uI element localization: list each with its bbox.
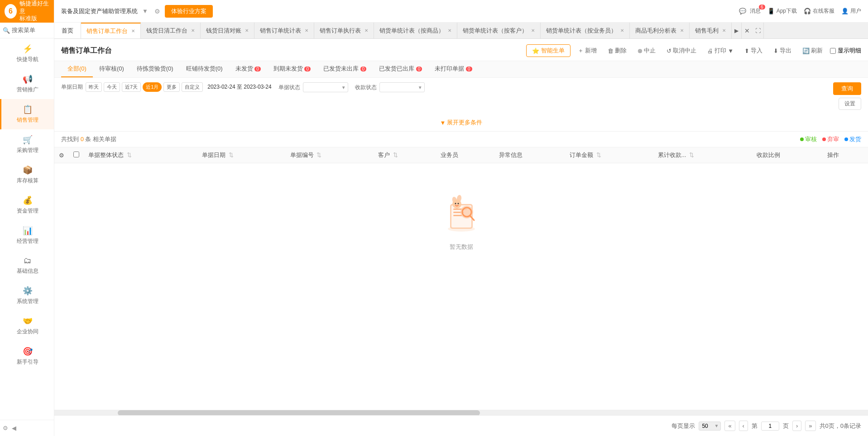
expand-button[interactable]: ▼ 展开更多条件 [440,118,483,127]
filter-tab-shipped-out[interactable]: 已发货已出库 0 [373,61,428,77]
date-btn-custom[interactable]: 自定义 [182,82,203,92]
tab-close-gross[interactable]: ✕ [722,28,726,33]
topbar-message[interactable]: 💬 6 消息 [739,7,761,15]
topbar-user[interactable]: 👤 用户 [841,7,861,15]
ship-action[interactable]: 发货 [844,135,861,143]
tab-more-button[interactable]: ▶ [732,23,742,39]
import-button[interactable]: ⬆ 导入 [741,45,766,57]
date-buttons: 昨天 今天 近7天 近1月 更多 自定义 [86,82,203,92]
date-btn-yesterday[interactable]: 昨天 [86,82,102,92]
sidebar-item-guide[interactable]: 🎯 新手引导 [0,341,54,371]
sidebar-search[interactable]: 🔍 搜索菜单 [0,23,54,38]
cancel-audit-action[interactable]: 弃审 [822,135,839,143]
page-input[interactable] [761,422,779,431]
col-amount[interactable]: 订单金额 ⇅ [565,147,653,163]
sidebar-item-cooperation[interactable]: 🤝 企业协同 [0,311,54,341]
date-btn-1month[interactable]: 近1月 [143,82,162,92]
col-collected[interactable]: 累计收款... ⇅ [653,147,752,163]
add-button[interactable]: ＋ 新增 [574,45,600,57]
tab-close-sales-workbench[interactable]: ✕ [131,28,135,33]
filter-tab-shipped-not-out[interactable]: 已发货未出库 0 [317,61,373,77]
tab-sales-workbench[interactable]: 销售订单工作台 ✕ [81,23,141,39]
filter-tab-overdue-not-shipped[interactable]: 到期未发货 0 [267,61,317,77]
export-button[interactable]: ⬇ 导出 [770,45,795,57]
first-page-button[interactable]: « [724,421,735,431]
filter-tab-wangpu[interactable]: 旺铺待发货(0) [180,61,229,77]
query-button[interactable]: 查询 [833,82,861,95]
tab-close-summary-product[interactable]: ✕ [448,28,451,33]
col-date[interactable]: 单据日期 ⇅ [197,147,286,163]
show-detail-label[interactable]: 显示明细 [830,47,861,55]
tab-sales-summary-staff[interactable]: 销货单统计表（按业务员） ✕ [541,23,630,39]
sidebar-item-marketing[interactable]: 📢 营销推广 [0,69,54,99]
delete-button[interactable]: 🗑 删除 [604,45,630,57]
expand-row: ▼ 展开更多条件 [61,117,861,127]
show-detail-checkbox[interactable] [830,48,836,54]
tab-close-all-button[interactable]: ✕ [742,23,753,39]
sidebar-item-quick-nav[interactable]: ⚡ 快捷导航 [0,38,54,69]
sidebar-item-finance[interactable]: 💰 资金管理 [0,190,54,220]
audit-action[interactable]: 审核 [800,135,817,143]
sidebar-item-inventory[interactable]: 📦 库存核算 [0,160,54,190]
tab-sales-stats[interactable]: 销售订单统计表 ✕ [254,23,314,39]
tab-close-margin[interactable]: ✕ [680,28,684,33]
sidebar-collapse-icon[interactable]: ◀ [12,425,16,431]
cancel-stop-button[interactable]: ↺ 取消中止 [663,45,700,57]
col-settings[interactable]: ⚙ [54,147,69,163]
tab-cash-reconcile[interactable]: 钱货日清对账 ✕ [201,23,254,39]
tab-close-sales-stats[interactable]: ✕ [305,28,308,33]
topbar-app-download[interactable]: 📱 App下载 [767,7,797,15]
date-btn-7days[interactable]: 近7天 [122,82,141,92]
tab-close-cash-reconcile[interactable]: ✕ [245,28,249,33]
refresh-button[interactable]: 🔄 刷新 [799,45,826,57]
page-size-select[interactable]: 10 20 50 100 [699,422,721,431]
status-select[interactable] [303,82,348,92]
sidebar-item-sales[interactable]: 📋 销售管理 [0,99,54,129]
filter-tab-pending-audit[interactable]: 待审核(0) [93,61,130,77]
topbar-service[interactable]: 🎧 在线客服 [804,7,834,15]
next-page-button[interactable]: › [792,421,801,431]
tab-margin[interactable]: 商品毛利分析表 ✕ [630,23,690,39]
tab-close-cash-daily[interactable]: ✕ [191,28,195,33]
tab-close-summary-staff[interactable]: ✕ [620,28,624,33]
col-checkbox[interactable] [69,147,84,163]
smart-generate-button[interactable]: ⭐ 智能生单 [526,44,571,57]
status-select-wrapper: ▼ [303,82,348,92]
sidebar-item-purchase[interactable]: 🛒 采购管理 [0,129,54,160]
scrollbar-area[interactable] [54,410,868,415]
select-all-checkbox[interactable] [73,152,79,157]
filter-tab-all[interactable]: 全部(0) [61,61,93,77]
tab-cash-daily[interactable]: 钱货日清工作台 ✕ [141,23,201,39]
setting-button[interactable]: 设置 [839,98,861,110]
last-page-button[interactable]: » [805,421,815,431]
sidebar-item-operations[interactable]: 📊 经营管理 [0,220,54,251]
print-dropdown-icon: ▼ [728,47,734,54]
filter-tab-not-printed[interactable]: 未打印单据 0 [428,61,478,77]
tab-sales-gross[interactable]: 销售毛利 ✕ [690,23,732,39]
col-customer[interactable]: 客户 ⇅ [374,147,436,163]
experience-button[interactable]: 体验行业方案 [165,5,213,18]
tab-close-summary-customer[interactable]: ✕ [531,28,535,33]
tab-sales-exec[interactable]: 销售订单执行表 ✕ [314,23,374,39]
cancel-stop-icon: ↺ [667,47,671,54]
prev-page-button[interactable]: ‹ [739,421,748,431]
filter-tab-pending-check[interactable]: 待拣货验货(0) [130,61,180,77]
tab-home[interactable]: 首页 [54,23,81,39]
topbar-gear-icon[interactable]: ⚙ [154,8,160,15]
sidebar-item-system[interactable]: ⚙️ 系统管理 [0,280,54,311]
tab-close-sales-exec[interactable]: ✕ [364,28,368,33]
col-number[interactable]: 单据编号 ⇅ [286,147,374,163]
sidebar-item-basic[interactable]: 🗂 基础信息 [0,251,54,280]
print-button[interactable]: 🖨 打印 ▼ [704,45,737,57]
filter-tab-not-shipped[interactable]: 未发货 0 [229,61,267,77]
date-btn-today[interactable]: 今天 [104,82,120,92]
topbar-dropdown-icon[interactable]: ▼ [142,8,148,14]
payment-select[interactable] [379,82,425,92]
tab-sales-summary-customer[interactable]: 销货单统计表（按客户） ✕ [457,23,541,39]
date-btn-more[interactable]: 更多 [163,82,180,92]
tab-sales-summary-product[interactable]: 销货单统计表（按商品） ✕ [374,23,457,39]
col-status[interactable]: 单据整体状态 ⇅ [84,147,197,163]
tab-expand-button[interactable]: ⛶ [753,23,764,39]
stop-button[interactable]: ⊗ 中止 [634,45,659,57]
sidebar-settings-icon[interactable]: ⚙ [3,425,8,431]
